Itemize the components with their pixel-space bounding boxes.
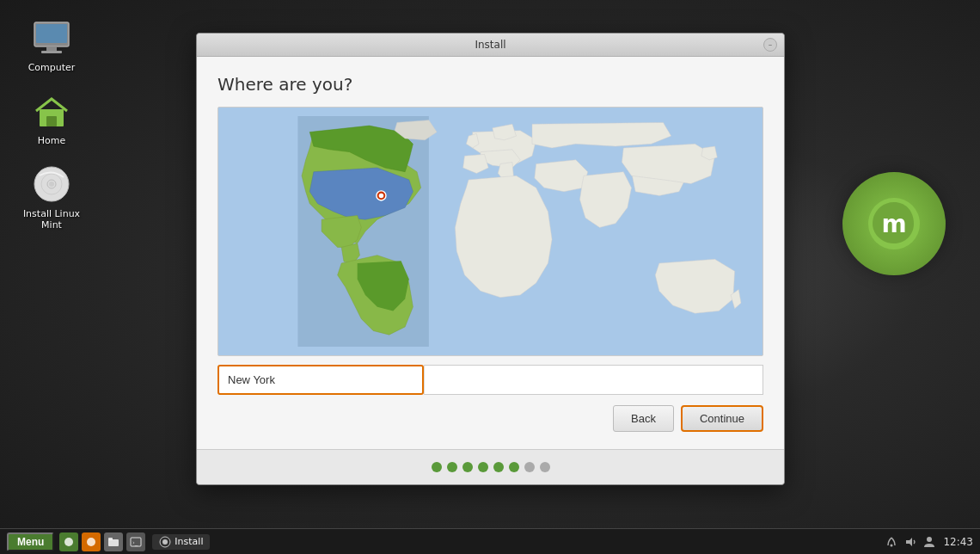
timezone-input[interactable] (424, 365, 763, 395)
location-input-wrapper (217, 365, 424, 395)
menu-button[interactable]: Menu (7, 532, 54, 551)
cd-icon-img (31, 163, 72, 205)
svg-point-15 (379, 194, 384, 199)
location-input[interactable] (219, 366, 422, 393)
continue-button[interactable]: Continue (681, 405, 763, 432)
desktop-icons: Computer Home (17, 17, 86, 231)
svg-point-16 (64, 538, 73, 546)
svg-rect-1 (36, 24, 67, 43)
install-linux-mint-label: Install Linux Mint (17, 208, 86, 231)
svg-rect-19 (108, 538, 113, 540)
install-dialog: Install – Where are you? (196, 33, 785, 485)
svg-rect-18 (108, 539, 119, 546)
home-icon-img (31, 90, 72, 132)
progress-dot-5 (493, 462, 504, 472)
dialog-close-button[interactable]: – (763, 38, 777, 52)
desktop: Computer Home (0, 0, 980, 554)
timezone-input-wrapper (424, 365, 763, 395)
home-icon[interactable]: Home (17, 90, 86, 146)
progress-dot-3 (462, 462, 473, 472)
buttons-area: Back Continue (217, 405, 763, 432)
svg-marker-25 (906, 538, 912, 546)
computer-icon[interactable]: Computer (17, 17, 86, 73)
network-icon (885, 535, 898, 549)
computer-label: Computer (28, 62, 76, 73)
progress-dot-4 (478, 462, 488, 472)
svg-rect-5 (46, 116, 57, 126)
svg-point-23 (162, 539, 168, 545)
svg-rect-3 (41, 51, 62, 53)
user-icon (922, 535, 936, 549)
taskbar-items: ›_ (59, 532, 145, 551)
world-map[interactable] (217, 107, 763, 356)
svg-point-26 (927, 537, 932, 542)
input-row (217, 365, 763, 395)
computer-icon-img (31, 17, 72, 58)
progress-dot-7 (524, 462, 535, 472)
progress-dot-1 (432, 462, 442, 472)
taskbar-right-icons (885, 535, 936, 549)
taskbar: Menu ›_ Install (0, 528, 980, 554)
taskbar-icon-terminal[interactable]: ›_ (126, 532, 145, 551)
progress-dots (197, 449, 784, 484)
progress-dot-6 (509, 462, 519, 472)
volume-icon (903, 535, 917, 549)
dialog-title: Install (475, 39, 505, 51)
svg-text:m: m (881, 210, 906, 238)
progress-dot-2 (447, 462, 457, 472)
taskbar-right: 12:43 (885, 535, 973, 549)
progress-dot-8 (540, 462, 550, 472)
svg-point-9 (49, 182, 54, 187)
svg-rect-2 (46, 46, 57, 51)
back-button[interactable]: Back (613, 405, 674, 432)
install-linux-mint-icon[interactable]: Install Linux Mint (17, 163, 86, 231)
taskbar-install-item[interactable]: Install (152, 534, 210, 550)
mint-logo: m (842, 172, 946, 275)
taskbar-icon-folder[interactable] (104, 532, 123, 551)
home-label: Home (38, 135, 65, 146)
dialog-content: Where are you? (197, 57, 784, 449)
taskbar-icon-orange[interactable] (82, 532, 101, 551)
dialog-titlebar: Install – (197, 34, 784, 57)
taskbar-install-label: Install (175, 536, 203, 547)
svg-text:›_: ›_ (132, 539, 138, 546)
svg-point-24 (891, 544, 893, 546)
svg-point-17 (87, 538, 95, 546)
taskbar-time: 12:43 (943, 536, 973, 548)
taskbar-icon-green[interactable] (59, 532, 78, 551)
dialog-question: Where are you? (217, 74, 763, 95)
